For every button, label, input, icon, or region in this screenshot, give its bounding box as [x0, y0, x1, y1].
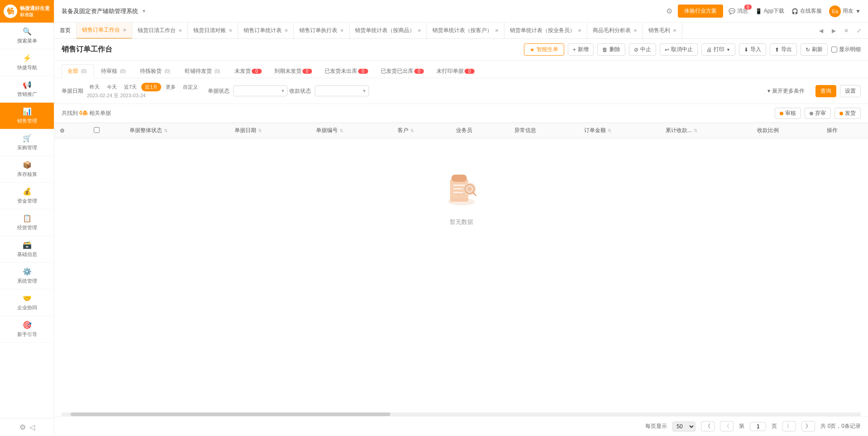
- filter-tab-wangpu_pending[interactable]: 旺铺待发货(0): [179, 64, 228, 78]
- settings-filter-btn[interactable]: 设置: [840, 85, 861, 97]
- next-page-btn[interactable]: 〉: [782, 421, 796, 431]
- svg-rect-2: [451, 175, 467, 182]
- review-batch-btn[interactable]: 审核: [775, 108, 801, 119]
- date-shortcut-近7天[interactable]: 近7天: [121, 83, 139, 91]
- status-select[interactable]: [233, 85, 288, 96]
- sidebar-item-marketing[interactable]: 📢 营销推广: [0, 76, 54, 103]
- app-download-btn[interactable]: 📱 App下载: [755, 7, 784, 15]
- filter-tab-not_printed[interactable]: 未打印单据0: [431, 64, 480, 78]
- sidebar-item-purchase[interactable]: 🛒 采购管理: [0, 129, 54, 156]
- col-header-customer[interactable]: 客户⇅: [392, 123, 451, 138]
- refresh-btn[interactable]: ↻ 刷新: [801, 43, 828, 56]
- payment-select[interactable]: [315, 85, 369, 96]
- date-shortcut-近1月[interactable]: 近1月: [141, 83, 161, 91]
- filter-tab-pending_inspect[interactable]: 待拣验货(0): [134, 64, 177, 78]
- tab-product_margin[interactable]: 商品毛利分析表✕: [587, 23, 643, 39]
- per-page-select[interactable]: 50 100 200: [672, 422, 695, 431]
- filter-tab-not_shipped[interactable]: 未发货0: [229, 64, 268, 78]
- system-dropdown-btn[interactable]: ▼: [142, 9, 146, 14]
- tab-maximize-btn[interactable]: ⤢: [854, 25, 864, 36]
- tab-sales_stats_product[interactable]: 销货单统计表（按商品）✕: [350, 23, 427, 39]
- col-settings-icon[interactable]: ⚙: [60, 128, 65, 134]
- tab-cash_daily[interactable]: 钱货日清工作台✕: [132, 23, 188, 39]
- abort-btn[interactable]: ⊘ 中止: [629, 43, 656, 56]
- tab-close-cash_reconcile[interactable]: ✕: [229, 28, 232, 33]
- tab-sales_order_stats[interactable]: 销售订单统计表✕: [238, 23, 294, 39]
- filter-tab-shipped_not_out[interactable]: 已发货未出库0: [319, 64, 374, 78]
- date-shortcut-更多[interactable]: 更多: [163, 83, 178, 91]
- select-all-checkbox[interactable]: [94, 127, 100, 133]
- date-shortcut-昨天[interactable]: 昨天: [87, 83, 102, 91]
- tab-close-sales_stats_staff[interactable]: ✕: [578, 28, 581, 33]
- tab-close-sales_order_stats[interactable]: ✕: [284, 28, 288, 33]
- sidebar-item-enterprise[interactable]: 🤝 企业协同: [0, 289, 54, 316]
- tab-close-sales_order_exec[interactable]: ✕: [340, 28, 344, 33]
- query-btn[interactable]: 查询: [815, 85, 836, 97]
- tab-close-all-btn[interactable]: ✕: [841, 25, 852, 36]
- tab-close-cash_daily[interactable]: ✕: [178, 28, 182, 33]
- new-btn[interactable]: + 新增: [568, 43, 594, 56]
- filter-tab-all[interactable]: 全部(0): [62, 64, 94, 78]
- export-btn[interactable]: ⬆ 导出: [770, 43, 797, 56]
- show-detail-check[interactable]: 显示明细: [831, 46, 861, 53]
- tab-close-sales_profit[interactable]: ✕: [673, 28, 676, 33]
- collapse-icon[interactable]: ◁: [29, 423, 35, 431]
- tab-next-btn[interactable]: ▶: [828, 25, 839, 36]
- tab-cash_reconcile[interactable]: 钱货日清对账✕: [188, 23, 238, 39]
- sidebar-item-system[interactable]: ⚙️ 系统管理: [0, 263, 54, 289]
- user-menu-btn[interactable]: Ea 用友 ▼: [829, 5, 861, 17]
- col-header-date[interactable]: 单据日期⇅: [229, 123, 311, 138]
- sidebar-item-basic[interactable]: 🗃️ 基础信息: [0, 236, 54, 263]
- tab-close-sales_order_workbench[interactable]: ✕: [123, 28, 126, 33]
- ship-batch-btn[interactable]: 发货: [834, 108, 861, 119]
- col-header-status[interactable]: 单据整体状态⇅: [124, 123, 229, 138]
- sidebar-item-guide[interactable]: 🎯 新手引导: [0, 316, 54, 343]
- page-num-input[interactable]: [750, 422, 766, 431]
- date-shortcut-自定义[interactable]: 自定义: [180, 83, 201, 91]
- settings-bottom-icon[interactable]: ⚙: [19, 423, 26, 431]
- tab-sales_order_workbench[interactable]: 销售订单工作台✕: [77, 23, 132, 39]
- ai-gen-btn[interactable]: ★ 智能生单: [524, 43, 564, 56]
- first-page-btn[interactable]: 《: [701, 421, 715, 431]
- delete-btn[interactable]: 🗑 删除: [597, 43, 625, 56]
- expand-btn[interactable]: ▾ 展开更多条件: [767, 87, 805, 95]
- col-header-collected[interactable]: 累计收款...⇅: [660, 123, 752, 138]
- user-dropdown-icon: ▼: [855, 8, 861, 14]
- sidebar-item-operation[interactable]: 📋 经营管理: [0, 209, 54, 236]
- tab-sales_stats_customer[interactable]: 销货单统计表（按客户）✕: [427, 23, 504, 39]
- col-header-number[interactable]: 单据编号⇅: [311, 123, 392, 138]
- tab-close-sales_stats_product[interactable]: ✕: [417, 28, 421, 33]
- filter-tab-shipped_out[interactable]: 已发货已出库0: [375, 64, 430, 78]
- top-settings-icon[interactable]: ⚙: [666, 7, 672, 15]
- import-btn[interactable]: ⬇ 导入: [739, 43, 766, 56]
- filter-tab-pending_review[interactable]: 待审核(0): [95, 64, 133, 78]
- horizontal-scrollbar[interactable]: [62, 412, 861, 416]
- print-btn[interactable]: 🖨 打印 ▼: [701, 43, 735, 56]
- sidebar-item-label: 采购管理: [17, 144, 37, 151]
- col-header-amount[interactable]: 订单金额⇅: [579, 123, 660, 138]
- date-shortcut-今天[interactable]: 今天: [104, 83, 120, 91]
- scrollbar-thumb[interactable]: [71, 412, 390, 416]
- sidebar-item-quick_nav[interactable]: ⚡ 快捷导航: [0, 49, 54, 76]
- sidebar-item-sales[interactable]: 📊 销售管理: [0, 103, 54, 129]
- tab-prev-btn[interactable]: ◀: [815, 25, 826, 36]
- sidebar-item-finance[interactable]: 💰 资金管理: [0, 183, 54, 209]
- online-service-btn[interactable]: 🎧 在线客服: [791, 7, 822, 15]
- table-scroll-container[interactable]: ⚙单据整体状态⇅单据日期⇅单据编号⇅客户⇅业务员异常信息订单金额⇅累计收款...…: [54, 123, 868, 412]
- cancel-abort-btn[interactable]: ↩ 取消中止: [660, 43, 698, 56]
- show-detail-checkbox[interactable]: [831, 47, 837, 52]
- tab-sales_profit[interactable]: 销售毛利✕: [643, 23, 682, 39]
- unreviewed-batch-btn[interactable]: 弃审: [805, 108, 831, 119]
- last-page-btn[interactable]: 》: [801, 421, 815, 431]
- tab-close-sales_stats_customer[interactable]: ✕: [495, 28, 499, 33]
- prev-page-btn[interactable]: 〈: [720, 421, 734, 431]
- tab-sales_order_exec[interactable]: 销售订单执行表✕: [294, 23, 350, 39]
- tab-home[interactable]: 首页: [54, 23, 77, 39]
- sidebar-item-search[interactable]: 🔍 搜索菜单: [0, 23, 54, 49]
- tab-sales_stats_staff[interactable]: 销货单统计表（按业务员）✕: [504, 23, 587, 39]
- sidebar-item-inventory[interactable]: 📦 库存核算: [0, 156, 54, 183]
- message-btn[interactable]: 💬 消息 6: [729, 7, 748, 15]
- industry-btn[interactable]: 体验行业方案: [678, 5, 723, 18]
- tab-close-product_margin[interactable]: ✕: [633, 28, 637, 33]
- filter-tab-overdue_not_shipped[interactable]: 到期未发货0: [269, 64, 318, 78]
